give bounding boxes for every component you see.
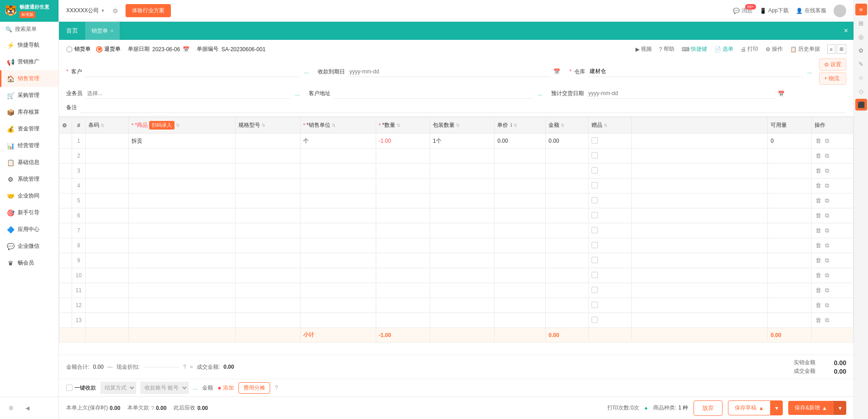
sidebar-item-sales[interactable]: 🏠 销售管理 (0, 70, 58, 87)
warehouse-input[interactable] (588, 67, 803, 77)
dots-account[interactable]: ... (193, 385, 198, 391)
copy-row-btn[interactable]: ⧉ (824, 241, 830, 250)
warehouse-dots-btn[interactable]: ... (807, 68, 812, 75)
toolbar-template-btn[interactable]: 📄 选单 (713, 44, 735, 54)
delete-row-btn[interactable]: 🗑 (815, 241, 822, 250)
sidebar-collapse-btn[interactable]: ◀ (21, 402, 34, 414)
right-panel-btn-1[interactable]: ≡ (855, 4, 867, 15)
copy-row-btn[interactable]: ⧉ (824, 301, 830, 310)
delete-row-btn[interactable]: 🗑 (815, 136, 822, 145)
toolbar-help-btn[interactable]: ? 帮助 (657, 44, 676, 54)
company-selector[interactable]: XXXXXX公司 ▼ (66, 7, 105, 14)
copy-row-btn[interactable]: ⧉ (824, 271, 830, 280)
service-btn[interactable]: 👤 在线客服 (796, 7, 826, 14)
settings-btn[interactable]: ⚙ 设置 (819, 58, 846, 71)
copy-row-btn[interactable]: ⧉ (824, 181, 830, 190)
view-list-btn[interactable]: ≡ (827, 44, 835, 54)
expected-date-calendar-icon[interactable]: 📅 (778, 91, 785, 97)
tab-close-icon[interactable]: × (111, 28, 113, 34)
toolbar-print-btn[interactable]: 🖨 打印 (739, 44, 760, 54)
sidebar-item-inventory[interactable]: 📦 库存核算 (0, 104, 58, 120)
trial-btn[interactable]: 体验行业方案 (126, 4, 171, 17)
right-panel-btn-5[interactable]: ✎ (855, 58, 867, 70)
remarks-input[interactable] (80, 102, 846, 113)
fee-split-btn[interactable]: 费用分摊 (238, 382, 270, 394)
delete-row-btn[interactable]: 🗑 (815, 301, 822, 309)
sidebar-item-operations[interactable]: 📊 经营管理 (0, 137, 58, 154)
sidebar-search[interactable]: 🔍 搜索菜单 (0, 22, 58, 37)
sidebar-item-quick-nav[interactable]: ⚡ 快捷导航 (0, 37, 58, 53)
right-panel-btn-2[interactable]: ⊞ (855, 17, 867, 29)
customer-dots-btn[interactable]: ... (304, 68, 309, 75)
sidebar-item-guide[interactable]: 🎯 新手引导 (0, 204, 58, 221)
delete-row-btn[interactable]: 🗑 (815, 316, 822, 324)
delete-row-btn[interactable]: 🗑 (815, 166, 822, 175)
date-calendar-icon[interactable]: 📅 (183, 46, 189, 53)
fee-help-icon[interactable]: ? (275, 385, 278, 391)
sidebar-item-finance[interactable]: 💰 资金管理 (0, 120, 58, 137)
save-draft-arrow-btn[interactable]: ▼ (771, 400, 783, 415)
avatar[interactable] (834, 5, 846, 17)
right-panel-btn-6[interactable]: ☆ (855, 72, 867, 83)
delete-row-btn[interactable]: 🗑 (815, 196, 822, 205)
sidebar-item-enterprise[interactable]: 🤝 企业协同 (0, 188, 58, 204)
sidebar-item-wechat[interactable]: 💬 企业微信 (0, 238, 58, 255)
delete-row-btn[interactable]: 🗑 (815, 181, 822, 190)
toolbar-history-btn[interactable]: 📋 历史单据 (788, 44, 822, 54)
right-panel-btn-8[interactable]: ⬛ (855, 99, 867, 111)
app-download-btn[interactable]: 📱 App下载 (760, 7, 789, 14)
add-btn-icon[interactable]: ● (218, 384, 221, 391)
copy-row-btn[interactable]: ⧉ (824, 316, 830, 325)
topbar-gear-icon[interactable]: ⚙ (112, 7, 118, 14)
salesperson-input[interactable] (85, 88, 291, 99)
customer-input[interactable] (85, 67, 300, 77)
sidebar-settings-btn[interactable]: ⚙ (5, 402, 17, 414)
copy-row-btn[interactable]: ⧉ (824, 196, 830, 205)
discard-btn[interactable]: 放弃 (693, 400, 723, 416)
one-click-payment-checkbox[interactable]: 一键收款 (66, 384, 96, 392)
toolbar-shortcut-btn[interactable]: ⌨ 快捷键 (680, 44, 709, 54)
customer-addr-input[interactable] (333, 88, 533, 99)
addr-dots-btn[interactable]: ... (538, 91, 542, 97)
radio-sales-order[interactable]: 销货单 (66, 45, 91, 53)
copy-row-btn[interactable]: ⧉ (824, 226, 830, 235)
sidebar-item-marketing[interactable]: 📢 营销推广 (0, 53, 58, 70)
right-panel-btn-4[interactable]: ✿ (855, 44, 867, 56)
messages-btn[interactable]: 💬 消息 99+ (733, 7, 752, 14)
salesperson-dots-btn[interactable]: ... (295, 91, 300, 97)
scan-btn[interactable]: 扫码录入 (149, 121, 175, 130)
sidebar-item-apps[interactable]: 🔷 应用中心 (0, 221, 58, 238)
tab-sales-order[interactable]: 销货单 × (85, 22, 120, 40)
save-draft-btn[interactable]: 保存草稿 ▲ (728, 400, 771, 415)
tab-home[interactable]: 首页 (59, 22, 85, 40)
delete-row-btn[interactable]: 🗑 (815, 286, 822, 294)
delete-row-btn[interactable]: 🗑 (815, 256, 822, 265)
delete-row-btn[interactable]: 🗑 (815, 211, 822, 220)
save-new-btn[interactable]: 保存&新增 ▲ (788, 401, 834, 415)
product-type-info[interactable]: 商品种类: 1 种 (653, 404, 688, 412)
expected-date-input[interactable] (587, 88, 775, 99)
close-all-tabs-btn[interactable]: × (839, 27, 853, 35)
view-grid-btn[interactable]: ⊞ (837, 44, 846, 54)
sidebar-item-purchase[interactable]: 🛒 采购管理 (0, 87, 58, 104)
delete-row-btn[interactable]: 🗑 (815, 226, 822, 235)
due-date-input[interactable] (348, 67, 551, 77)
save-new-arrow-btn[interactable]: ▼ (834, 401, 846, 415)
sidebar-item-vip[interactable]: ♛ 畅会员 (0, 255, 58, 271)
delete-row-btn[interactable]: 🗑 (815, 151, 822, 160)
copy-row-btn[interactable]: ⧉ (824, 166, 830, 175)
right-panel-btn-7[interactable]: ◇ (855, 85, 867, 97)
sidebar-item-system[interactable]: ⚙ 系统管理 (0, 171, 58, 188)
payment-method-select[interactable]: 结算方式 (101, 382, 136, 394)
toolbar-more-btn[interactable]: ⚙ 操作 (764, 44, 785, 54)
table-gear-icon[interactable]: ⚙ (62, 122, 67, 129)
right-panel-btn-3[interactable]: ◎ (855, 31, 867, 43)
copy-row-btn[interactable]: ⧉ (824, 151, 830, 160)
copy-row-btn[interactable]: ⧉ (824, 211, 830, 220)
delete-row-btn[interactable]: 🗑 (815, 271, 822, 279)
copy-row-btn[interactable]: ⧉ (824, 256, 830, 265)
logistics-btn[interactable]: + 物流 (819, 72, 846, 85)
toolbar-video-btn[interactable]: ▶ 视频 (634, 44, 654, 54)
copy-row-btn[interactable]: ⧉ (824, 136, 830, 145)
account-select[interactable]: 收款账号 账号 (141, 382, 189, 394)
